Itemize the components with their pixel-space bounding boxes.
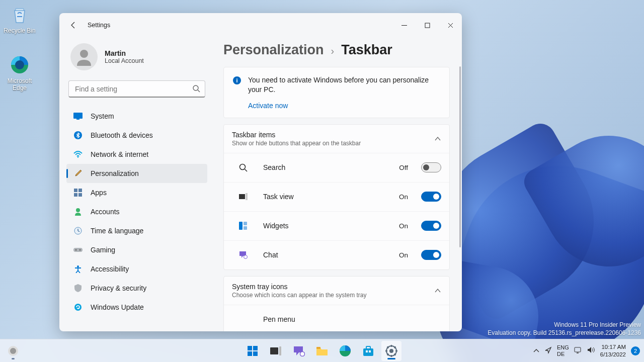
- breadcrumb-parent[interactable]: Personalization: [223, 42, 324, 58]
- nav-accessibility[interactable]: Accessibility: [66, 259, 207, 279]
- nav-privacy[interactable]: Privacy & security: [66, 279, 207, 298]
- start-button[interactable]: [243, 341, 263, 361]
- svg-rect-0: [16, 9, 24, 11]
- toggle-row-chat: Chat On: [224, 240, 449, 269]
- svg-rect-38: [279, 346, 281, 355]
- clock[interactable]: 10:17 AM 6/13/2022: [600, 343, 626, 358]
- nav-label: Privacy & security: [91, 284, 146, 292]
- activation-notice: i You need to activate Windows before yo…: [223, 67, 450, 118]
- toggle-widgets[interactable]: [421, 221, 441, 231]
- breadcrumb-current: Taskbar: [341, 42, 392, 58]
- close-button[interactable]: [439, 17, 462, 33]
- activate-now-link[interactable]: Activate now: [248, 102, 440, 110]
- taskbar-settings[interactable]: [381, 341, 401, 361]
- nav-network[interactable]: Network & internet: [66, 145, 207, 164]
- toggle-chat[interactable]: [421, 250, 441, 260]
- svg-point-19: [75, 249, 77, 251]
- maximize-button[interactable]: [416, 17, 439, 33]
- section-title: Taskbar items: [232, 131, 434, 139]
- desktop-icon-recycle-bin[interactable]: Recycle Bin: [1, 4, 38, 34]
- nav-personalization[interactable]: Personalization: [66, 164, 207, 183]
- nav-apps[interactable]: Apps: [66, 183, 207, 202]
- svg-point-6: [193, 85, 198, 90]
- watermark-line: Windows 11 Pro Insider Preview: [488, 321, 641, 329]
- lang-secondary: DE: [557, 351, 569, 357]
- svg-rect-25: [239, 194, 245, 199]
- search-field[interactable]: [68, 80, 205, 98]
- tray-location-icon[interactable]: [544, 346, 552, 355]
- taskbar-chat[interactable]: [289, 341, 309, 361]
- search-input[interactable]: [68, 80, 205, 98]
- apps-icon: [73, 188, 83, 197]
- svg-point-47: [389, 349, 393, 353]
- svg-rect-15: [78, 193, 82, 197]
- notification-badge[interactable]: 2: [631, 346, 640, 355]
- search-icon: [192, 84, 200, 95]
- system-tray-section: System tray icons Choose which icons can…: [223, 276, 450, 331]
- gamepad-icon: [73, 245, 83, 254]
- taskbar-store[interactable]: [358, 341, 378, 361]
- nav-label: Time & language: [91, 227, 143, 235]
- bluetooth-icon: [73, 131, 83, 140]
- recycle-bin-icon: [9, 4, 30, 25]
- svg-rect-37: [270, 347, 278, 354]
- nav-update[interactable]: Windows Update: [66, 298, 207, 317]
- nav-gaming[interactable]: Gaming: [66, 240, 207, 259]
- activation-message: You need to activate Windows before you …: [248, 75, 440, 95]
- main-content: Personalization › Taskbar i You need to …: [211, 37, 462, 331]
- svg-point-2: [15, 60, 24, 69]
- scrollbar[interactable]: [459, 66, 461, 247]
- toggle-state: Off: [399, 164, 408, 171]
- taskbar-explorer[interactable]: [312, 341, 332, 361]
- tray-volume-icon[interactable]: [587, 346, 595, 355]
- toggle-label: Search: [263, 163, 390, 171]
- nav-time[interactable]: Time & language: [66, 221, 207, 240]
- taskbar-taskview[interactable]: [266, 341, 286, 361]
- window-title: Settings: [88, 22, 110, 29]
- accessibility-icon: [73, 264, 83, 274]
- nav-label: Apps: [91, 189, 107, 197]
- desktop-icon-edge[interactable]: Microsoft Edge: [1, 54, 38, 92]
- toggle-row-taskview: Task view On: [224, 182, 449, 211]
- user-name: Martin: [105, 49, 144, 57]
- breadcrumb: Personalization › Taskbar: [223, 42, 459, 58]
- system-tray-header[interactable]: System tray icons Choose which icons can…: [224, 277, 449, 305]
- taskbar: ENG DE 10:17 AM 6/13/2022 2: [0, 339, 644, 362]
- taskbar-app-unknown[interactable]: [3, 341, 23, 361]
- tray-network-icon[interactable]: [574, 346, 582, 355]
- svg-rect-45: [369, 350, 371, 352]
- svg-rect-34: [253, 346, 258, 350]
- toggle-row-search: Search Off: [224, 153, 449, 182]
- svg-point-11: [77, 156, 78, 157]
- update-icon: [73, 303, 83, 312]
- svg-rect-33: [248, 346, 252, 350]
- user-subtitle: Local Account: [105, 57, 144, 64]
- nav-accounts[interactable]: Accounts: [66, 202, 207, 221]
- nav-bluetooth[interactable]: Bluetooth & devices: [66, 126, 207, 145]
- nav-label: Windows Update: [91, 303, 144, 311]
- system-icon: [73, 112, 83, 121]
- language-indicator[interactable]: ENG DE: [557, 344, 569, 357]
- svg-point-30: [244, 255, 247, 259]
- toggle-label: Widgets: [263, 222, 390, 230]
- settings-window: Settings Martin Local Account: [59, 13, 462, 331]
- sidebar: Martin Local Account System Bluetooth & …: [59, 37, 211, 331]
- wifi-icon: [73, 150, 83, 159]
- taskbar-items-header[interactable]: Taskbar items Show or hide buttons that …: [224, 125, 449, 153]
- svg-rect-18: [73, 248, 83, 252]
- clock-time: 10:17 AM: [600, 343, 626, 351]
- nav-system[interactable]: System: [66, 107, 207, 126]
- taskbar-edge[interactable]: [335, 341, 355, 361]
- toggle-search[interactable]: [421, 162, 441, 172]
- tray-overflow[interactable]: [533, 347, 539, 354]
- toggle-taskview[interactable]: [421, 192, 441, 202]
- edge-icon: [9, 54, 30, 75]
- user-profile[interactable]: Martin Local Account: [66, 37, 207, 80]
- paintbrush-icon: [73, 169, 83, 178]
- minimize-button[interactable]: [392, 17, 416, 33]
- back-button[interactable]: [66, 18, 80, 32]
- search-icon: [238, 163, 248, 172]
- nav-label: Gaming: [91, 246, 115, 254]
- svg-rect-28: [244, 222, 247, 225]
- svg-rect-9: [76, 119, 79, 120]
